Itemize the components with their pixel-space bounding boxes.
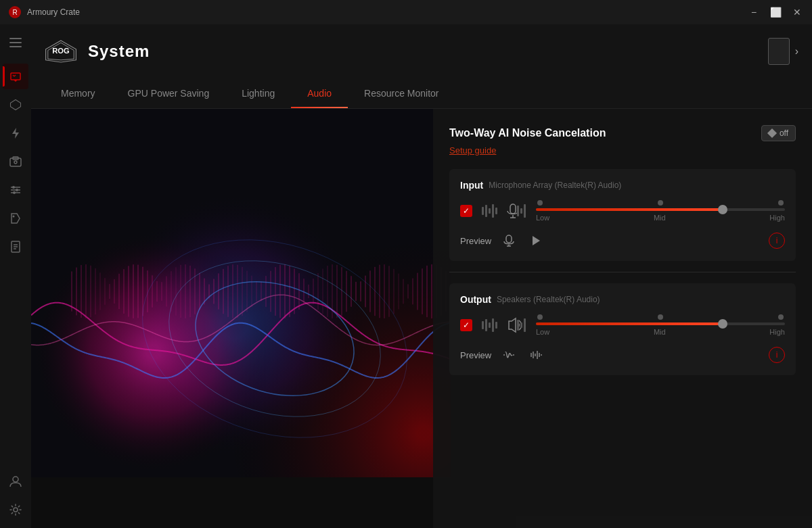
svg-rect-3 [9,42,22,43]
sidebar [0,24,31,528]
svg-rect-48 [492,318,494,332]
svg-rect-30 [482,207,484,215]
tab-memory[interactable]: Memory [45,78,112,108]
svg-rect-39 [520,208,522,214]
section-divider [449,272,796,272]
input-play-preview-btn[interactable] [526,231,545,250]
sidebar-item-tag[interactable] [3,206,28,231]
app-title: Armoury Crate [27,7,80,17]
header-right: › [768,38,798,65]
tabs-bar: Memory GPU Power Saving Lighting Audio R… [31,78,812,109]
svg-rect-34 [495,208,497,214]
output-slider-section: Low Mid High [536,314,785,336]
input-preview-row: Preview [460,231,785,250]
slider-dot-mid [658,200,663,206]
output-preview-row: Preview [460,345,785,364]
input-slider-thumb[interactable] [718,205,727,214]
tab-resource[interactable]: Resource Monitor [348,78,455,108]
sidebar-item-devices[interactable] [3,92,28,118]
input-checkbox[interactable] [460,205,472,217]
svg-rect-53 [524,318,526,332]
input-slider-track[interactable] [536,208,785,211]
output-info-btn[interactable]: i [769,347,785,363]
input-mic-preview-btn[interactable] [499,231,518,250]
app-container: ROG System › Memory GPU Power Saving Lig… [0,24,812,528]
input-info-btn[interactable]: i [769,233,785,249]
main-panel: Two-Way AI Noise Cancelation off Setup g… [31,109,812,528]
sidebar-item-settings[interactable] [3,497,28,523]
titlebar-left: R Armoury Crate [8,5,80,19]
output-header: Output Speakers (Realtek(R) Audio) [460,294,785,305]
tab-audio[interactable]: Audio [291,78,348,108]
input-slider-dots [536,200,785,206]
input-label-mid: Mid [654,214,666,222]
window-controls: − ⬜ ✕ [744,3,807,22]
svg-point-17 [12,186,15,189]
maximize-button[interactable]: ⬜ [766,3,785,22]
svg-line-8 [14,75,16,76]
sidebar-item-profile[interactable] [3,469,28,494]
sidebar-item-manual[interactable] [3,234,28,260]
output-row: Low Mid High [460,314,785,336]
svg-rect-51 [517,320,519,331]
toggle-diamond-icon [767,128,777,138]
svg-rect-45 [482,321,484,329]
section-title: Two-Way AI Noise Cancelation [449,127,606,139]
tab-lighting[interactable]: Lighting [225,78,291,108]
device-icon [768,38,790,65]
output-slider-dot-high [778,314,784,320]
output-slider-dot-mid [658,314,663,320]
svg-rect-35 [510,204,516,214]
svg-rect-52 [520,322,522,328]
output-sound-waves-btn[interactable] [526,345,545,364]
sidebar-item-notification[interactable] [3,64,28,89]
output-slider-dot-low [537,314,543,320]
input-slider-section: Low Mid High [536,200,785,222]
svg-rect-40 [524,204,526,218]
minimize-button[interactable]: − [744,3,763,22]
input-label-high: High [769,214,785,222]
output-waves-preview-btn[interactable] [499,345,518,364]
svg-point-26 [14,508,18,512]
input-device: Microphone Array (Realtek(R) Audio) [489,181,621,190]
svg-marker-50 [509,318,516,332]
output-checkbox[interactable] [460,319,472,331]
output-slider-thumb[interactable] [718,319,727,329]
output-slider-track[interactable] [536,322,785,325]
input-preview-label: Preview [460,236,491,246]
svg-rect-31 [485,205,487,217]
output-label: Output [460,294,491,305]
output-slider-dots [536,314,785,320]
output-label-low: Low [536,328,549,336]
sidebar-item-gamestore[interactable] [3,149,28,174]
content-area: ROG System › Memory GPU Power Saving Lig… [31,24,812,528]
tab-gpu[interactable]: GPU Power Saving [112,78,226,108]
page-title: System [88,42,150,61]
toggle-label: off [780,128,788,138]
svg-rect-4 [9,46,22,47]
svg-text:ROG: ROG [52,47,70,55]
output-label-high: High [769,328,785,336]
toggle-button[interactable]: off [761,125,796,141]
input-waveform [480,201,528,220]
input-section: Input Microphone Array (Realtek(R) Audio… [449,169,796,261]
sidebar-item-sliders[interactable] [3,177,28,203]
svg-point-20 [13,216,15,218]
output-section: Output Speakers (Realtek(R) Audio) [449,283,796,375]
svg-rect-46 [485,319,487,331]
svg-rect-33 [492,204,494,218]
output-waveform [480,316,528,335]
svg-rect-41 [506,235,512,243]
svg-rect-38 [517,206,519,216]
sidebar-item-lightning[interactable] [3,120,28,146]
slider-dot-low [537,200,543,206]
input-header: Input Microphone Array (Realtek(R) Audio… [460,180,785,191]
chevron-right-icon[interactable]: › [795,45,798,57]
input-label-low: Low [536,214,549,222]
close-button[interactable]: ✕ [788,3,807,22]
svg-text:R: R [12,9,17,16]
app-icon: R [8,5,22,19]
setup-guide-link[interactable]: Setup guide [449,145,796,155]
svg-rect-32 [489,208,491,214]
sidebar-item-menu[interactable] [3,30,28,55]
